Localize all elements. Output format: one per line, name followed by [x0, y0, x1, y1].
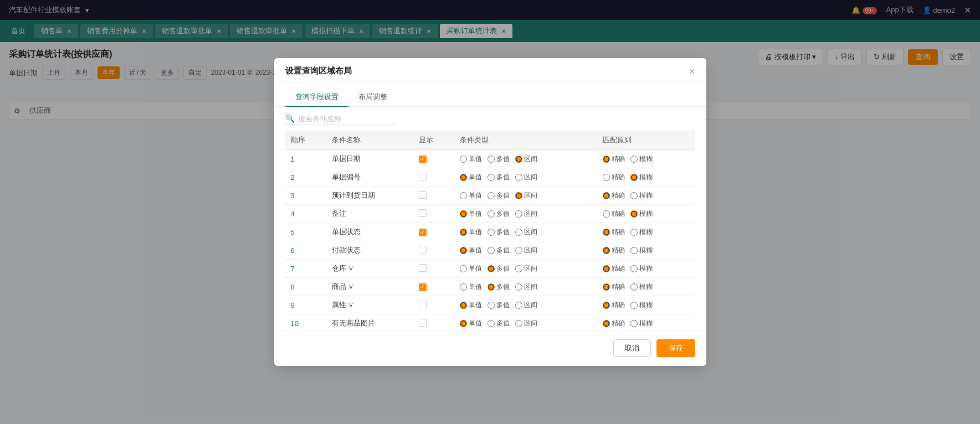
dialog-tab-layout[interactable]: 布局调整 [348, 88, 397, 107]
search-icon: 🔍 [285, 114, 295, 123]
dialog-title: 设置查询区域布局 [285, 66, 352, 76]
modal-overlay: 设置查询区域布局 × 查询字段设置 布局调整 🔍 顺序 [0, 0, 980, 126]
search-box: 🔍 [274, 107, 706, 126]
dialog-tab-query[interactable]: 查询字段设置 [285, 88, 348, 107]
dialog-header: 设置查询区域布局 × [274, 58, 706, 82]
search-input[interactable] [298, 115, 387, 123]
dialog: 设置查询区域布局 × 查询字段设置 布局调整 🔍 顺序 [274, 58, 706, 126]
dialog-tabs: 查询字段设置 布局调整 [274, 82, 706, 107]
search-input-wrap: 🔍 [285, 112, 396, 125]
dialog-close-button[interactable]: × [689, 66, 695, 76]
